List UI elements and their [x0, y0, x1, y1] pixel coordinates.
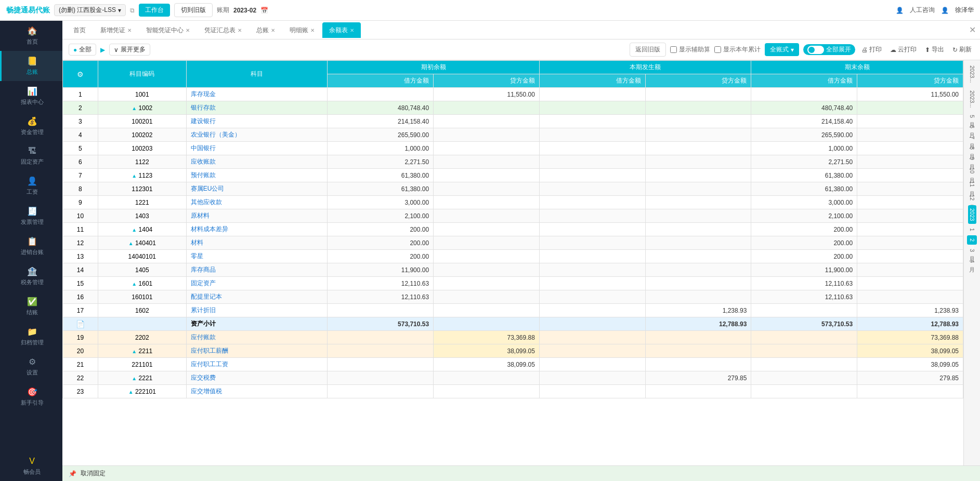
- sidebar-item-newbie[interactable]: 🎯 新手引导: [0, 382, 62, 412]
- right-panel-may[interactable]: 5月: [967, 112, 977, 121]
- tab-voucher-summary-close[interactable]: ✕: [238, 28, 242, 33]
- right-panel-dec[interactable]: 12月: [967, 191, 977, 204]
- tab-new-voucher[interactable]: 新增凭证 ✕: [94, 22, 138, 38]
- sidebar-item-sales[interactable]: 📋 进销台账: [0, 231, 62, 261]
- sidebar-item-reports[interactable]: 📊 报表中心: [0, 81, 62, 111]
- cell-name[interactable]: 预付账款: [186, 169, 328, 182]
- name-link[interactable]: 原材料: [191, 212, 210, 219]
- breadcrumb-all[interactable]: ● 全部: [69, 44, 96, 56]
- tab-detail-close[interactable]: ✕: [310, 28, 315, 33]
- cell-name[interactable]: 材料成本差异: [186, 223, 328, 236]
- export-button[interactable]: ⬆ 导出: [923, 44, 946, 55]
- table-row[interactable]: 16160101配提里记本12,110.6312,110.63: [63, 290, 963, 304]
- table-row[interactable]: 7▲ 1123预付账款61,380.0061,380.00: [63, 169, 963, 182]
- sidebar-item-payroll[interactable]: 👤 工资: [0, 171, 62, 201]
- name-link[interactable]: 应交税费: [191, 374, 216, 381]
- show-aux-checkbox-group[interactable]: 显示辅助算: [670, 45, 710, 54]
- name-link[interactable]: 其他应收款: [191, 198, 222, 206]
- tab-smart-center[interactable]: 智能凭证中心 ✕: [139, 22, 197, 38]
- right-panel-mar[interactable]: 3月: [967, 246, 977, 255]
- show-aux-checkbox[interactable]: [670, 46, 677, 53]
- name-link[interactable]: 固定资产: [191, 279, 216, 287]
- name-link[interactable]: 零星: [191, 252, 203, 260]
- table-row[interactable]: 8112301赛属EU公司61,380.0061,380.00: [63, 182, 963, 196]
- table-row[interactable]: 91221其他应收款3,000.003,000.00: [63, 196, 963, 209]
- cell-name[interactable]: 银行存款: [186, 101, 328, 115]
- right-panel-2023a[interactable]: 2023...: [968, 62, 976, 86]
- expand-all-toggle[interactable]: 全部展开: [803, 44, 855, 55]
- cell-name[interactable]: 材料: [186, 236, 328, 250]
- tab-home[interactable]: 首页: [67, 22, 93, 38]
- table-row[interactable]: 23▲ 222101应交增值税: [63, 385, 963, 398]
- table-row[interactable]: 2▲ 1002银行存款480,748.40480,748.40: [63, 101, 963, 115]
- table-row[interactable]: 21221101应付职工工资38,099.0538,099.05: [63, 358, 963, 371]
- name-link[interactable]: 应付账款: [191, 333, 216, 341]
- sidebar-item-invoice[interactable]: 🧾 发票管理: [0, 201, 62, 231]
- cell-name[interactable]: 库存现金: [186, 88, 328, 101]
- cell-name[interactable]: 应收账款: [186, 155, 328, 169]
- name-link[interactable]: 应付职工工资: [191, 360, 228, 368]
- show-year-checkbox[interactable]: [714, 46, 721, 53]
- cell-name[interactable]: 应付职工薪酬: [186, 344, 328, 358]
- right-panel-nov[interactable]: 11月: [967, 178, 977, 190]
- company-selector[interactable]: (勿删) 江西股金-LSS ▾: [54, 4, 126, 16]
- cell-name[interactable]: 原材料: [186, 209, 328, 223]
- name-link[interactable]: 配提里记本: [191, 293, 222, 300]
- sidebar-item-settle[interactable]: ✅ 结账: [0, 291, 62, 322]
- name-link[interactable]: 预付账款: [191, 171, 216, 179]
- expand-more-button[interactable]: ∨ 展开更多: [109, 44, 150, 56]
- print-button[interactable]: 🖨 打印: [859, 44, 884, 55]
- cancel-pin-label[interactable]: 取消固定: [81, 469, 106, 478]
- right-panel-2023c[interactable]: 2023: [968, 205, 976, 224]
- table-row[interactable]: 192202应付账款73,369.8873,369.88: [63, 331, 963, 344]
- toggle-switch[interactable]: [807, 46, 824, 54]
- right-panel-feb[interactable]: 2月: [967, 235, 977, 245]
- name-link[interactable]: 应收账款: [191, 158, 216, 165]
- cell-name[interactable]: 应交税费: [186, 371, 328, 385]
- tab-ledger-close[interactable]: ✕: [271, 28, 275, 33]
- cell-name[interactable]: 配提里记本: [186, 290, 328, 304]
- tab-detail[interactable]: 明细账 ✕: [283, 22, 321, 38]
- right-panel-sep[interactable]: 9月: [967, 154, 977, 163]
- config-icon[interactable]: ⚙: [77, 70, 84, 78]
- cell-name[interactable]: 累计折旧: [186, 304, 328, 317]
- tab-smart-center-close[interactable]: ✕: [186, 28, 190, 33]
- sidebar-item-home[interactable]: 🏠 首页: [0, 21, 62, 51]
- cloud-print-button[interactable]: ☁ 云打印: [888, 44, 919, 55]
- right-panel-2023b[interactable]: 2023...: [968, 87, 976, 111]
- table-row[interactable]: 61122应收账款2,271.502,271.50: [63, 155, 963, 169]
- show-year-checkbox-group[interactable]: 显示本年累计: [714, 45, 761, 54]
- cell-name[interactable]: 其他应收款: [186, 196, 328, 209]
- copy-icon[interactable]: ⧉: [130, 7, 135, 14]
- sidebar-item-settings[interactable]: ⚙ 设置: [0, 352, 62, 382]
- name-link[interactable]: 中国银行: [191, 144, 216, 152]
- right-panel-apr[interactable]: 4月: [967, 257, 977, 266]
- sidebar-item-tax[interactable]: 🏦 税务管理: [0, 261, 62, 291]
- cell-name[interactable]: 应付职工工资: [186, 358, 328, 371]
- table-row[interactable]: 3100201建设银行214,158.40214,158.40: [63, 115, 963, 128]
- sidebar-item-member[interactable]: V 畅会员: [0, 451, 62, 481]
- name-link[interactable]: 材料: [191, 239, 203, 246]
- name-link[interactable]: 应交增值税: [191, 388, 222, 395]
- right-panel-aug[interactable]: 8月: [967, 143, 977, 153]
- table-row[interactable]: 15▲ 1601固定资产12,110.6312,110.63: [63, 277, 963, 290]
- name-link[interactable]: 累计折旧: [191, 306, 216, 314]
- tab-ledger[interactable]: 总账 ✕: [250, 22, 282, 38]
- name-link[interactable]: 赛属EU公司: [191, 185, 225, 192]
- right-panel-jul[interactable]: 7月: [967, 133, 977, 142]
- switch-version-button[interactable]: 切到旧版: [174, 3, 213, 17]
- tab-bar-close-button[interactable]: ✕: [969, 25, 976, 35]
- table-row[interactable]: 22▲ 2221应交税费279.85279.85: [63, 371, 963, 385]
- name-link[interactable]: 农业银行（美金）: [191, 131, 241, 138]
- tab-balance-close[interactable]: ✕: [350, 28, 354, 33]
- cell-name[interactable]: 零星: [186, 250, 328, 263]
- right-panel-oct[interactable]: 10月: [967, 164, 977, 177]
- user-name[interactable]: 徐泽华: [955, 6, 974, 15]
- return-old-version-button[interactable]: 返回旧版: [630, 43, 666, 57]
- consult-label[interactable]: 人工咨询: [910, 6, 935, 15]
- cell-name[interactable]: 应交增值税: [186, 385, 328, 398]
- calendar-icon[interactable]: 📅: [260, 7, 268, 14]
- table-row[interactable]: 5100203中国银行1,000.001,000.00: [63, 142, 963, 155]
- name-link[interactable]: 库存商品: [191, 266, 216, 273]
- table-row[interactable]: 171602累计折旧1,238.931,238.93: [63, 304, 963, 317]
